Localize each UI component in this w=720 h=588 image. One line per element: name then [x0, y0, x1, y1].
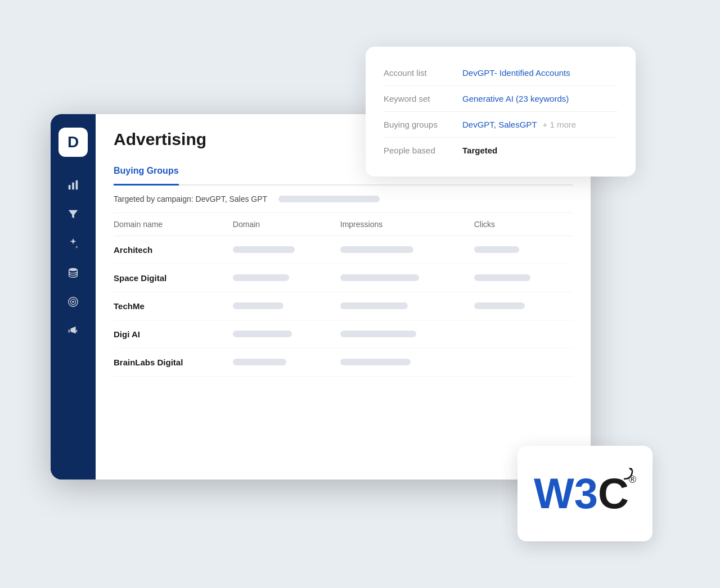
skeleton-filter	[278, 196, 380, 202]
skeleton-domain-4	[233, 359, 286, 365]
table-row: Architech	[114, 236, 573, 264]
skeleton-clicks-1	[474, 274, 530, 281]
row-name-1: Space Digital	[114, 264, 233, 292]
table-row: TechMe	[114, 292, 573, 320]
tooltip-row-buying: Buying groups DevGPT, SalesGPT + 1 more	[384, 112, 618, 138]
svg-point-6	[72, 301, 74, 303]
table-row: Space Digital	[114, 264, 573, 292]
col-domain: Domain	[233, 213, 340, 236]
tooltip-value-people: Targeted	[462, 146, 497, 155]
campaign-text: Targeted by campaign: DevGPT, Sales GPT	[114, 195, 267, 203]
skeleton-domain-1	[233, 274, 289, 281]
skeleton-clicks-0	[474, 246, 519, 253]
skeleton-impressions-2	[340, 302, 408, 309]
row-name-0: Architech	[114, 236, 233, 264]
w3c-c-letter: C	[598, 472, 629, 515]
row-name-2: TechMe	[114, 292, 233, 320]
tooltip-label-keyword: Keyword set	[384, 94, 451, 103]
nav-magic[interactable]	[61, 231, 86, 256]
tooltip-label-account: Account list	[384, 68, 451, 78]
svg-rect-0	[69, 185, 71, 189]
w3c-3-letter: 3	[574, 472, 598, 515]
tab-buying-groups[interactable]: Buying Groups	[114, 158, 179, 186]
tooltip-value-keyword: Generative AI (23 keywords)	[462, 94, 569, 103]
table-row: Digi AI	[114, 320, 573, 349]
w3c-w-letter: W	[534, 472, 574, 515]
nav-analytics[interactable]	[61, 173, 86, 197]
logo: D	[58, 128, 88, 157]
col-domain-name: Domain name	[114, 213, 233, 236]
table-row: BrainLabs Digital	[114, 349, 573, 377]
campaign-filter-row: Targeted by campaign: DevGPT, Sales GPT	[114, 186, 573, 213]
logo-letter: D	[68, 133, 79, 151]
svg-rect-2	[76, 180, 78, 190]
w3c-logo: W 3 C ®	[534, 472, 636, 515]
skeleton-domain-3	[233, 331, 292, 337]
svg-rect-1	[72, 182, 74, 189]
col-impressions: Impressions	[340, 213, 474, 236]
table-section: Targeted by campaign: DevGPT, Sales GPT …	[114, 186, 573, 377]
skeleton-impressions-0	[340, 246, 413, 253]
tooltip-value-account: DevGPT- Identified Accounts	[462, 68, 570, 78]
tooltip-row-account: Account list DevGPT- Identified Accounts	[384, 60, 618, 86]
content-area: Buying Groups Targeted by campaign: DevG…	[96, 158, 591, 480]
skeleton-domain-0	[233, 246, 295, 253]
skeleton-domain-2	[233, 302, 284, 309]
tooltip-card: Account list DevGPT- Identified Accounts…	[366, 47, 636, 177]
skeleton-impressions-3	[340, 331, 416, 337]
table-header-row: Domain name Domain Impressions Clicks	[114, 213, 573, 236]
tooltip-row-people: People based Targeted	[384, 138, 618, 163]
nav-database[interactable]	[61, 260, 86, 285]
tooltip-label-people: People based	[384, 146, 451, 155]
sidebar: D	[51, 114, 96, 480]
col-clicks: Clicks	[474, 213, 573, 236]
data-table: Domain name Domain Impressions Clicks Ar…	[114, 213, 573, 377]
w3c-badge: W 3 C ®	[518, 446, 652, 541]
row-name-4: BrainLabs Digital	[114, 349, 233, 377]
tooltip-value-buying: DevGPT, SalesGPT + 1 more	[462, 120, 576, 129]
skeleton-impressions-1	[340, 274, 419, 281]
tooltip-label-buying: Buying groups	[384, 120, 451, 129]
skeleton-impressions-4	[340, 359, 411, 365]
svg-point-3	[69, 268, 78, 272]
nav-target[interactable]	[61, 290, 86, 314]
skeleton-clicks-2	[474, 302, 525, 309]
row-name-3: Digi AI	[114, 320, 233, 349]
nav-funnel[interactable]	[61, 202, 86, 227]
tooltip-row-keyword: Keyword set Generative AI (23 keywords)	[384, 86, 618, 112]
nav-advertising[interactable]	[61, 319, 86, 343]
